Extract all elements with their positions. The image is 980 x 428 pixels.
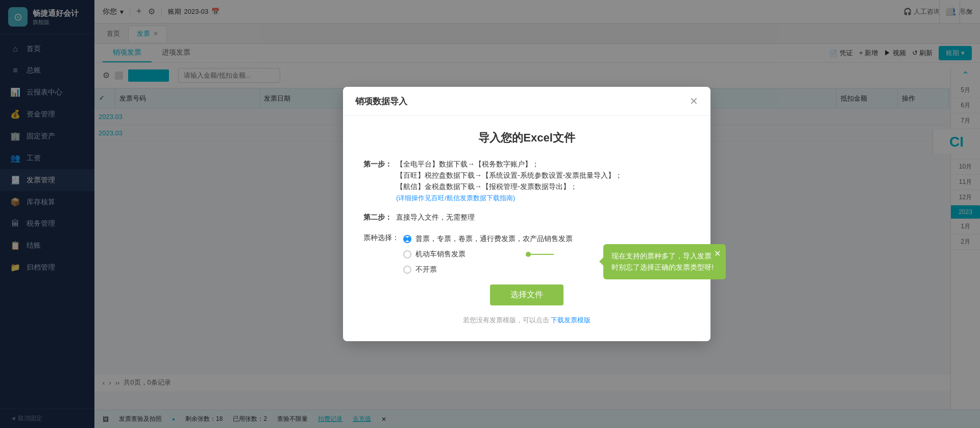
- modal-header: 销项数据导入 ✕: [343, 87, 710, 116]
- ticket-type-section: 票种选择： 普票，专票，卷票，通行费发票，农产品销售发票 机动车销售发票: [363, 232, 690, 274]
- step1-label: 第一步：: [363, 160, 392, 203]
- tooltip-line: [528, 254, 554, 255]
- radio-circle-1: [403, 235, 411, 243]
- step-2: 第二步： 直接导入文件，无需整理: [363, 213, 690, 222]
- import-modal: 销项数据导入 ✕ 导入您的Excel文件 第一步： 【全电平台】数据下载→【税务…: [343, 87, 710, 341]
- tooltip-bubble: ✕ 现在支持的票种多了，导入发票时别忘了选择正确的发票类型呀!: [603, 244, 726, 279]
- step-1: 第一步： 【全电平台】数据下载→【税务数字账户】； 【百旺】税控盘数据下载→【系…: [363, 160, 690, 203]
- radio-circle-3: [403, 266, 411, 274]
- step1-line3: 【航信】金税盘数据下载→【报税管理-发票数据导出】；: [396, 182, 622, 192]
- step1-guide-link[interactable]: (详细操作见百旺/航信发票数据下载指南): [396, 194, 515, 202]
- step1-line1: 【全电平台】数据下载→【税务数字账户】；: [396, 160, 622, 169]
- radio-group: 普票，专票，卷票，通行费发票，农产品销售发票 机动车销售发票 ✕ 现在支持的票种…: [403, 234, 573, 274]
- step1-line2: 【百旺】税控盘数据下载→【系统设置-系统参数设置-发票批量导入】；: [396, 171, 622, 180]
- modal-title: 销项数据导入: [355, 96, 407, 107]
- modal-main-title: 导入您的Excel文件: [363, 130, 690, 146]
- radio-circle-2: [403, 250, 411, 258]
- step2-content: 直接导入文件，无需整理: [396, 213, 475, 222]
- select-file-button[interactable]: 选择文件: [490, 284, 564, 305]
- radio-option-1[interactable]: 普票，专票，卷票，通行费发票，农产品销售发票: [403, 234, 573, 244]
- modal-close-button[interactable]: ✕: [690, 95, 698, 107]
- step2-label: 第二步：: [363, 213, 392, 222]
- modal-body: 导入您的Excel文件 第一步： 【全电平台】数据下载→【税务数字账户】； 【百…: [343, 116, 710, 341]
- radio-option-2[interactable]: 机动车销售发票 ✕ 现在支持的票种多了，导入发票时别忘了选择正确的发票类型呀!: [403, 250, 573, 259]
- radio-option-3[interactable]: 不开票: [403, 265, 573, 274]
- ticket-label: 票种选择：: [363, 232, 399, 243]
- modal-footer: 若您没有发票模版，可以点击 下载发票模版: [363, 316, 690, 325]
- tooltip-close-button[interactable]: ✕: [714, 247, 721, 260]
- download-template-link[interactable]: 下载发票模版: [551, 316, 591, 324]
